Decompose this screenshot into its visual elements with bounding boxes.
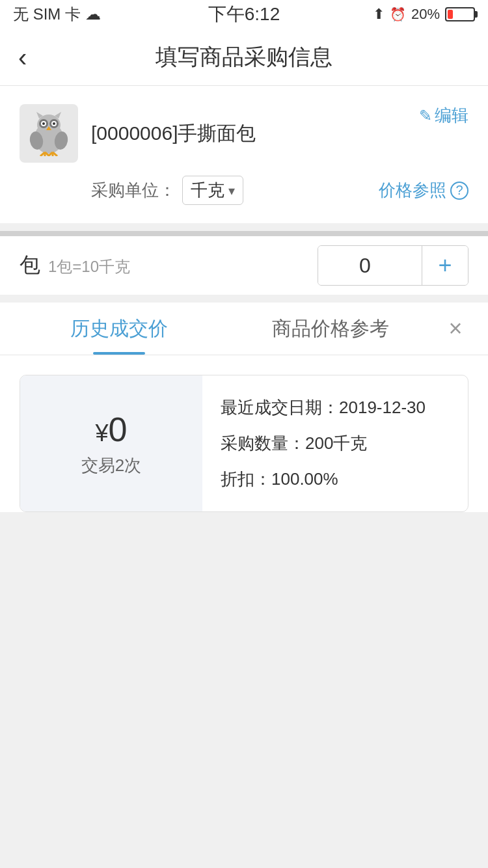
discount-row: 折扣：100.00% bbox=[221, 467, 450, 492]
status-right: ⬆ ⏰ 20% bbox=[373, 6, 475, 23]
unit-value: 千克 bbox=[191, 179, 224, 202]
purchase-qty-label: 采购数量： bbox=[221, 433, 305, 453]
product-section: [0000006]手撕面包 ✎ 编辑 采购单位： 千克 ▾ 价格参照 ? bbox=[0, 86, 488, 223]
quantity-section: 包 1包=10千克 + bbox=[0, 236, 488, 295]
tab-history-price[interactable]: 历史成交价 bbox=[13, 303, 224, 355]
nav-bar: ‹ 填写商品采购信息 bbox=[0, 29, 488, 86]
sim-status: 无 SIM 卡 ☁ bbox=[13, 4, 101, 25]
history-card: ¥0 交易2次 最近成交日期：2019-12-30 采购数量：200千克 折扣：… bbox=[20, 375, 468, 512]
price-ref-button[interactable]: 价格参照 ? bbox=[379, 179, 468, 202]
quantity-input-group: + bbox=[318, 245, 468, 286]
svg-point-6 bbox=[42, 122, 45, 125]
svg-point-7 bbox=[53, 122, 55, 125]
purchase-qty-value: 200千克 bbox=[305, 433, 367, 453]
unit-dropdown-arrow: ▾ bbox=[228, 183, 235, 198]
main-content-area bbox=[0, 532, 488, 868]
quantity-conversion: 1包=10千克 bbox=[48, 256, 130, 277]
back-button[interactable]: ‹ bbox=[18, 44, 27, 70]
bottom-panel: 历史成交价 商品价格参考 × ¥0 交易2次 最近成交日期：2019-12-30… bbox=[0, 303, 488, 512]
tab-history-label: 历史成交价 bbox=[70, 316, 168, 342]
quantity-unit: 包 bbox=[20, 251, 40, 280]
tab-product-label: 商品价格参考 bbox=[272, 316, 389, 342]
discount-label: 折扣： bbox=[221, 469, 271, 489]
battery-icon bbox=[445, 7, 475, 21]
product-header: [0000006]手撕面包 ✎ 编辑 bbox=[20, 104, 468, 163]
status-time: 下午6:12 bbox=[208, 2, 280, 27]
edit-label: 编辑 bbox=[435, 104, 468, 127]
alarm-icon: ⏰ bbox=[390, 7, 406, 22]
price-symbol: ¥ bbox=[96, 420, 109, 446]
card-left: ¥0 交易2次 bbox=[20, 375, 202, 511]
tab-active-underline bbox=[93, 352, 145, 355]
close-button[interactable]: × bbox=[436, 309, 475, 348]
edit-icon: ✎ bbox=[419, 107, 432, 125]
card-price: ¥0 bbox=[96, 410, 128, 449]
recent-date-row: 最近成交日期：2019-12-30 bbox=[221, 395, 450, 420]
status-left: 无 SIM 卡 ☁ bbox=[13, 4, 101, 25]
unit-select[interactable]: 千克 ▾ bbox=[182, 176, 243, 205]
page-title: 填写商品采购信息 bbox=[156, 42, 332, 72]
recent-date-label: 最近成交日期： bbox=[221, 398, 339, 417]
price-ref-help-icon: ? bbox=[450, 182, 468, 200]
card-right: 最近成交日期：2019-12-30 采购数量：200千克 折扣：100.00% bbox=[202, 375, 468, 511]
unit-label: 采购单位： bbox=[91, 179, 176, 202]
tab-product-price[interactable]: 商品价格参考 bbox=[224, 303, 436, 355]
product-logo bbox=[26, 111, 72, 156]
edit-button[interactable]: ✎ 编辑 bbox=[419, 104, 468, 127]
price-ref-label: 价格参照 bbox=[379, 179, 446, 202]
product-name: [0000006]手撕面包 bbox=[91, 120, 256, 147]
product-left: [0000006]手撕面包 bbox=[20, 104, 256, 163]
quantity-plus-button[interactable]: + bbox=[422, 246, 468, 285]
product-image bbox=[20, 104, 78, 163]
recent-date-value: 2019-12-30 bbox=[339, 398, 426, 417]
status-bar: 无 SIM 卡 ☁ 下午6:12 ⬆ ⏰ 20% bbox=[0, 0, 488, 29]
quantity-label-group: 包 1包=10千克 bbox=[20, 251, 130, 280]
section-divider bbox=[0, 231, 488, 236]
gps-icon: ⬆ bbox=[373, 6, 385, 23]
product-unit-row: 采购单位： 千克 ▾ 价格参照 ? bbox=[91, 176, 468, 205]
tabs-row: 历史成交价 商品价格参考 × bbox=[0, 303, 488, 355]
purchase-qty-row: 采购数量：200千克 bbox=[221, 431, 450, 456]
discount-value: 100.00% bbox=[271, 469, 338, 489]
quantity-input[interactable] bbox=[318, 246, 422, 285]
battery-pct: 20% bbox=[411, 6, 440, 23]
trade-count: 交易2次 bbox=[81, 454, 141, 477]
price-value: 0 bbox=[109, 411, 128, 448]
